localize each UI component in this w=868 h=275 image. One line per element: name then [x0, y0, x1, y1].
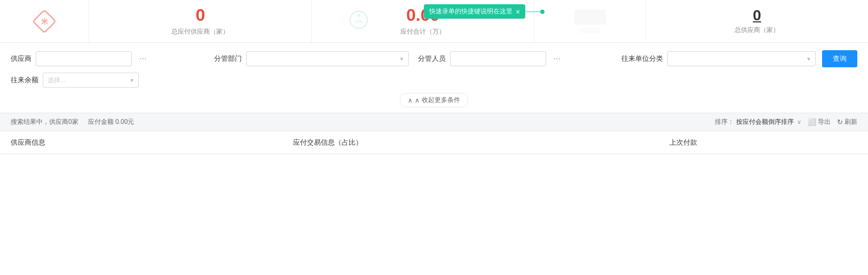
filter-row-1: 供应商 ··· 分管部门 ▼ 分管人员 ··· 往来单位分类 [11, 50, 857, 67]
table: 供应商信息 应付交易信息（占比） 上次付款 [0, 131, 868, 275]
result-actions: 排序： 按应付会额倒序排序 ∨ ⬜ 导出 ↻ 刷新 [715, 117, 857, 127]
stats-card-payable-total: 0.00 应付合计（万） 快速录单的快捷键说明在这里 × [312, 0, 534, 42]
filter-item-dept: 分管部门 ▼ [214, 51, 408, 66]
result-bar: 搜索结果中，供应商0家 应付金额 0.00元 排序： 按应付会额倒序排序 ∨ ⬜… [0, 113, 868, 131]
filter-item-unit-class: 往来单位分类 ▼ [621, 51, 816, 66]
balance-select[interactable]: 选择... [43, 73, 139, 88]
sort-label: 排序： [715, 117, 734, 127]
unit-class-label: 往来单位分类 [621, 54, 663, 64]
stats-bar: 米 0 总应付供应商（家） 0.00 应付合计（万） 快速录单的快捷键说明在这里… [0, 0, 868, 43]
stats-card-logo: 米 [0, 0, 89, 42]
refresh-label: 刷新 [845, 117, 857, 127]
divider-1 [209, 51, 210, 66]
diamond-icon: 米 [31, 8, 58, 35]
staff-input[interactable] [450, 51, 546, 66]
collapse-button[interactable]: ∧ ∧ 收起更多条件 [400, 93, 468, 107]
query-button-wrap: 查询 [822, 50, 857, 67]
filter-item-staff: 分管人员 ··· [418, 51, 612, 66]
balance-label: 往来余额 [11, 75, 38, 85]
staff-more-icon[interactable]: ··· [550, 54, 564, 64]
stats-card-placeholder [534, 0, 646, 42]
export-icon: ⬜ [808, 118, 816, 126]
filters-area: 供应商 ··· 分管部门 ▼ 分管人员 ··· 往来单位分类 [0, 43, 868, 113]
svg-point-3 [357, 14, 360, 17]
unit-class-select[interactable] [667, 51, 816, 66]
supplier-label: 供应商 [11, 54, 31, 64]
result-separator [82, 118, 84, 125]
payable-total-label: 应付合计（万） [400, 27, 445, 36]
tooltip-text: 快速录单的快捷键说明在这里 [429, 7, 512, 16]
supplier-more-icon[interactable]: ··· [136, 54, 149, 64]
stats-card-total-suppliers: 0 总供应商（家） [646, 0, 868, 42]
dept-select[interactable] [246, 51, 408, 66]
export-label: 导出 [818, 117, 831, 127]
refresh-icon: ↻ [837, 118, 843, 126]
svg-point-2 [350, 11, 367, 28]
table-body [0, 154, 868, 275]
query-button[interactable]: 查询 [822, 50, 857, 67]
balance-select-wrap: 选择... ▼ [43, 73, 139, 88]
payable-suppliers-label: 总应付供应商（家） [171, 27, 229, 36]
tooltip-close[interactable]: × [516, 8, 520, 15]
sort-chevron-icon: ∨ [797, 119, 801, 125]
table-col1-header: 供应商信息 [11, 138, 293, 147]
payable-suppliers-value: 0 [195, 6, 205, 25]
table-header: 供应商信息 应付交易信息（占比） 上次付款 [0, 131, 868, 154]
sort-value: 按应付会额倒序排序 [736, 117, 794, 127]
refresh-button[interactable]: ↻ 刷新 [837, 117, 857, 127]
tooltip-bubble: 快速录单的快捷键说明在这里 × [424, 4, 525, 19]
filter-row-2: 往来余额 选择... ▼ [11, 73, 857, 88]
unit-class-select-wrap: ▼ [667, 51, 816, 66]
staff-label: 分管人员 [418, 54, 446, 64]
sort-select-wrap: 排序： 按应付会额倒序排序 ∨ [715, 117, 801, 127]
export-button[interactable]: ⬜ 导出 [808, 117, 831, 127]
collapse-row: ∧ ∧ 收起更多条件 [11, 93, 857, 107]
dept-select-wrap: ▼ [246, 51, 408, 66]
filter-item-supplier: 供应商 ··· [11, 51, 205, 66]
svg-text:米: 米 [41, 18, 49, 26]
collapse-label: 收起更多条件 [422, 96, 460, 105]
divider-2 [413, 51, 414, 66]
result-text: 搜索结果中，供应商0家 [11, 118, 78, 125]
stats-bg-icon [345, 8, 372, 35]
divider-3 [617, 51, 617, 66]
result-amount: 应付金额 0.00元 [88, 118, 135, 125]
table-col3-header: 上次付款 [669, 138, 857, 147]
dept-label: 分管部门 [214, 54, 242, 64]
collapse-up-icon: ∧ ∧ [408, 97, 419, 104]
stats-card-payable-suppliers: 0 总应付供应商（家） [89, 0, 312, 42]
result-info: 搜索结果中，供应商0家 应付金额 0.00元 [11, 117, 134, 127]
total-suppliers-label: 总供应商（家） [735, 26, 779, 35]
total-suppliers-value: 0 [753, 7, 761, 24]
supplier-input[interactable] [36, 51, 132, 66]
table-col2-header: 应付交易信息（占比） [293, 138, 669, 147]
filter-item-balance: 往来余额 选择... ▼ [11, 73, 182, 88]
tooltip-dot [540, 10, 545, 14]
